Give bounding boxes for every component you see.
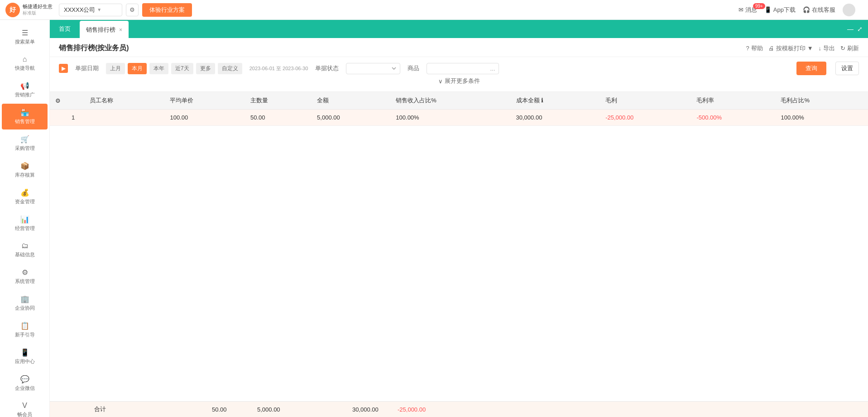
- sidebar-item-system[interactable]: ⚙ 系统管理: [2, 264, 48, 289]
- page-actions: ? 帮助 🖨 按模板打印 ▼ ↓ 导出 ↻ 刷新: [746, 44, 859, 53]
- footer-profit: -25,000.00: [398, 406, 443, 413]
- cell-avg-price: 100.00: [164, 110, 245, 126]
- filter-area: ▶ 单据日期 上月 本月 本年 近7天 更多 自定义 2023-06-01 至 …: [50, 57, 868, 92]
- cell-settings[interactable]: [50, 110, 66, 126]
- sidebar-item-inventory[interactable]: 📦 库存核算: [2, 157, 48, 183]
- headset-icon: 🎧: [803, 6, 810, 13]
- online-service-button[interactable]: 🎧 在线客服: [803, 6, 835, 14]
- query-button[interactable]: 查询: [796, 62, 826, 75]
- logo-line1: 畅捷通好生意: [23, 3, 53, 10]
- date-btn-more[interactable]: 更多: [196, 63, 215, 74]
- system-icon: ⚙: [22, 268, 28, 277]
- sidebar-label-business: 经营管理: [15, 225, 35, 232]
- footer-cost: 30,000.00: [352, 406, 398, 413]
- cell-rank: 1: [66, 110, 84, 126]
- chevron-down-icon: ▼: [97, 7, 101, 12]
- col-header-quantity: 主数量: [245, 92, 312, 110]
- sidebar-item-apps[interactable]: 📱 应用中心: [2, 344, 48, 369]
- goods-ellipsis-btn[interactable]: ...: [490, 65, 495, 72]
- sidebar-item-purchase[interactable]: 🛒 采购管理: [2, 130, 48, 156]
- expand-label: 展开更多条件: [445, 77, 480, 85]
- sidebar-item-shortcut[interactable]: ⌂ 快捷导航: [2, 51, 48, 76]
- sidebar-item-search[interactable]: ☰ 搜索菜单: [2, 24, 48, 50]
- help-label: 帮助: [751, 44, 763, 53]
- topbar-right: ✉ 消息 99+ 📱 App下载 🎧 在线客服: [739, 4, 863, 16]
- company-name: XXXXX公司: [64, 6, 95, 14]
- refresh-button[interactable]: ↻ 刷新: [840, 44, 859, 53]
- home-icon: ⌂: [23, 55, 27, 63]
- refresh-label: 刷新: [847, 44, 859, 53]
- logo-text: 畅捷通好生意 标准版: [23, 3, 53, 16]
- basic-icon: 🗂: [21, 242, 29, 250]
- sidebar-item-sales[interactable]: 🏪 销售管理: [2, 104, 48, 129]
- sidebar-item-enterprise[interactable]: 🏢 企业协同: [2, 290, 48, 316]
- message-button[interactable]: ✉ 消息 99+: [739, 6, 757, 14]
- table-row: 1100.0050.005,000.00100.00%30,000.00-25,…: [50, 110, 868, 126]
- export-label: 导出: [823, 44, 835, 53]
- sidebar-item-member[interactable]: V 畅会员: [2, 397, 48, 417]
- column-settings-button[interactable]: 设置: [835, 62, 859, 75]
- sidebar-label-enterprise: 企业协同: [15, 305, 35, 312]
- expand-filter-row[interactable]: ∨ 展开更多条件: [59, 75, 859, 87]
- table-header-row: ⚙ 员工名称 平均单价 主数量 全额 销售收入占比% 成本全额 ℹ 毛利 毛利率…: [50, 92, 868, 110]
- purchase-icon: 🛒: [20, 135, 29, 144]
- trial-button[interactable]: 体验行业方案: [142, 3, 192, 17]
- apps-icon: 📱: [20, 348, 29, 357]
- logo-line2: 标准版: [23, 10, 53, 16]
- logo-icon: 好: [5, 3, 20, 17]
- date-btn-last-month[interactable]: 上月: [106, 63, 125, 74]
- date-btn-custom[interactable]: 自定义: [218, 63, 242, 74]
- gear-icon: ⚙: [55, 97, 61, 104]
- minimize-icon[interactable]: —: [847, 25, 854, 33]
- sidebar-item-guide[interactable]: 📋 新手引导: [2, 317, 48, 343]
- cell-profit-rate: -500.00%: [691, 110, 775, 126]
- search-menu-icon: ☰: [22, 29, 28, 37]
- message-badge: 99+: [753, 3, 765, 9]
- date-label: 单据日期: [75, 64, 99, 72]
- tab-home[interactable]: 首页: [50, 20, 80, 38]
- tab-close-button[interactable]: ×: [119, 27, 122, 33]
- settings-icon[interactable]: ⚙: [126, 4, 139, 16]
- sidebar-item-wechat[interactable]: 💬 企业微信: [2, 370, 48, 396]
- cell-name: [84, 110, 164, 126]
- finance-icon: 💰: [20, 188, 29, 197]
- date-btn-this-year[interactable]: 本年: [149, 63, 168, 74]
- sidebar-label-finance: 资金管理: [15, 198, 35, 205]
- tab-active-label: 销售排行榜: [86, 26, 115, 34]
- tab-sales-ranking[interactable]: 销售排行榜 ×: [80, 21, 129, 39]
- col-header-settings[interactable]: ⚙: [50, 92, 66, 110]
- sidebar-item-finance[interactable]: 💰 资金管理: [2, 184, 48, 210]
- inventory-icon: 📦: [20, 162, 29, 170]
- col-header-cost: 成本全额 ℹ: [511, 92, 600, 110]
- cell-profit: -25,000.00: [600, 110, 691, 126]
- print-chevron-icon: ▼: [807, 45, 813, 52]
- maximize-icon[interactable]: ⤢: [857, 25, 863, 33]
- date-btn-this-month[interactable]: 本月: [128, 63, 147, 74]
- page-content: 销售排行榜(按业务员) ? 帮助 🖨 按模板打印 ▼ ↓ 导出: [50, 38, 868, 417]
- sidebar-label-purchase: 采购管理: [15, 145, 35, 152]
- sidebar-label-system: 系统管理: [15, 278, 35, 285]
- export-button[interactable]: ↓ 导出: [819, 44, 835, 53]
- print-button[interactable]: 🖨 按模板打印 ▼: [768, 44, 813, 53]
- goods-input[interactable]: ...: [427, 63, 499, 74]
- avatar[interactable]: [843, 4, 855, 16]
- date-btn-last7[interactable]: 近7天: [171, 63, 193, 74]
- app-label: App下载: [773, 6, 796, 14]
- company-selector[interactable]: XXXXX公司 ▼: [59, 4, 122, 16]
- sidebar-item-basic[interactable]: 🗂 基础信息: [2, 237, 48, 263]
- sidebar-label-wechat: 企业微信: [15, 385, 35, 392]
- sidebar: ☰ 搜索菜单 ⌂ 快捷导航 📢 营销推广 🏪 销售管理 🛒 采购管理 📦 库存核…: [0, 20, 50, 417]
- col-header-avg-price: 平均单价: [164, 92, 245, 110]
- sidebar-item-business[interactable]: 📊 经营管理: [2, 211, 48, 236]
- page-title: 销售排行榜(按业务员): [59, 43, 129, 53]
- status-label: 单据状态: [315, 64, 339, 72]
- sidebar-item-marketing[interactable]: 📢 营销推广: [2, 77, 48, 103]
- col-header-profit-rate: 毛利率: [691, 92, 775, 110]
- sidebar-label-marketing: 营销推广: [15, 91, 35, 98]
- print-label: 按模板打印: [776, 44, 806, 53]
- status-select[interactable]: [346, 63, 400, 74]
- help-button[interactable]: ? 帮助: [746, 44, 762, 53]
- print-icon: 🖨: [768, 45, 774, 52]
- filter-toggle-icon[interactable]: ▶: [59, 64, 68, 73]
- app-download-button[interactable]: 📱 App下载: [764, 6, 796, 14]
